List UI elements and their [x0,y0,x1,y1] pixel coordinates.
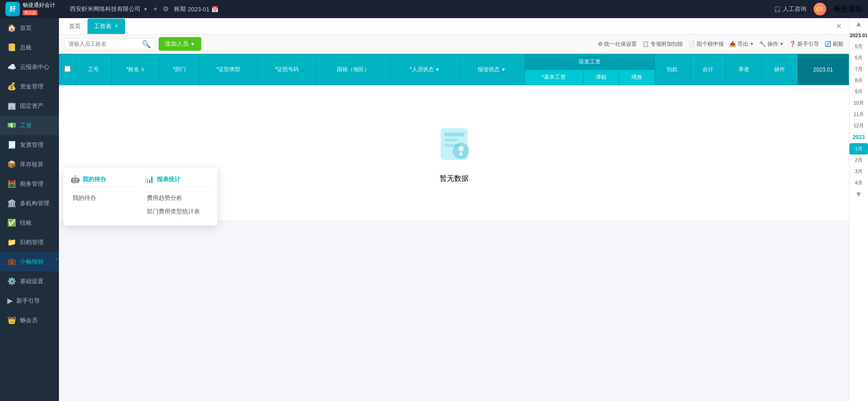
sidebar-label: 工资 [20,121,32,130]
sidebar-item-close-account[interactable]: ✅ 结账 [0,213,59,232]
popup-col-header-reports: 📊 报表统计 [145,175,210,187]
nav-down-icon[interactable]: ▼ [853,188,864,200]
month-7[interactable]: 7月 [849,63,868,75]
month-12[interactable]: 12月 [849,120,868,131]
th-person-status: *人员状态 ▼ [390,54,459,85]
popup-item-expense-trend[interactable]: 费用趋势分析 [145,191,210,205]
sidebar-label: 云报表中心 [20,63,49,71]
report-filter-icon[interactable]: ▼ [501,67,506,72]
period-value: 2023-01 [188,6,209,13]
month-3[interactable]: 3月 [849,166,868,177]
month-4[interactable]: 4月 [849,177,868,188]
sidebar-item-reports[interactable]: ☁️ 云报表中心 [0,57,59,77]
month-2[interactable]: 2月 [849,155,868,166]
settings-icon[interactable]: ⚙ [163,5,169,13]
sidebar-item-home[interactable]: 🏠 首页 [0,18,59,38]
guide-btn[interactable]: ❓ 新手引导 [789,40,819,48]
select-all-checkbox[interactable] [64,66,71,72]
tab-label: 工资表 [94,22,112,30]
sidebar-item-tax[interactable]: 🧮 税务管理 [0,174,59,193]
svg-rect-1 [444,133,464,136]
sidebar-label: 税务管理 [20,180,44,188]
month-1[interactable]: 1月 [849,143,868,155]
reports-icon: ☁️ [7,63,16,71]
sidebar-item-salary[interactable]: 💵 工资 [0,116,59,135]
month-9[interactable]: 9月 [849,86,868,97]
sidebar-item-inventory[interactable]: 📦 库存核算 [0,155,59,174]
popup-item-dept-expense[interactable]: 部门费用类型统计表 [145,205,210,218]
month-11[interactable]: 11月 [849,109,868,120]
sidebar: 🏠 首页 📒 总账 ☁️ 云报表中心 💰 资金管理 🏢 固定资产 💵 工资 🧾 … [0,18,59,401]
home-icon: 🏠 [7,24,16,32]
month-8[interactable]: 8月 [849,75,868,86]
sidebar-item-invoice[interactable]: 🧾 发票管理 [0,135,59,155]
reports-stats-icon: 📊 [145,175,154,184]
sidebar-item-guide[interactable]: ▶ 新手引导 [0,291,59,310]
close-account-icon: ✅ [7,218,16,227]
close-panel-icon[interactable]: ✕ [832,22,845,30]
export-btn[interactable]: 📤 导出 ▼ [729,40,754,48]
sidebar-label: 固定资产 [20,102,44,110]
operation-btn[interactable]: 🔧 操作 ▼ [759,40,784,48]
special-deduction-btn[interactable]: 📋 专项附加扣除 [642,40,683,48]
nav-up-icon[interactable]: ▲ [853,18,864,30]
todo-icon: 🤖 [71,175,80,184]
basic-settings-icon: ⚙️ [7,277,16,285]
refresh-label: 刷新 [833,40,844,48]
tab-salary-sheet[interactable]: 工资表 ✕ [87,19,125,34]
th-nationality: 国籍（地区） [316,54,390,85]
tab-home[interactable]: 首页 [63,19,87,34]
sidebar-item-assets[interactable]: 🏢 固定资产 [0,96,59,116]
popup-col-todo: 🤖 我的待办 我的待办 [71,175,136,218]
sidebar-label: 结账 [20,219,32,227]
th-id-type: *证型类型 [199,54,257,85]
popup-item-my-todo[interactable]: 我的待办 [71,191,136,205]
refresh-btn[interactable]: 🔄 刷新 [824,40,844,48]
headset-icon: 🎧 [774,6,781,13]
table-header-row1: 工号 *姓名 ⇅ *部门 *证型类型 *证照号码 国籍（地区） *人员状态 ▼ [59,54,849,70]
sidebar-item-basic-settings[interactable]: ⚙️ 基础设置 [0,271,59,291]
search-wrap: 🔍 [64,38,155,50]
company-selector[interactable]: 西安虾米网络科技有限公司 ▼ [70,5,148,13]
month-5[interactable]: 5月 [849,41,868,52]
invoice-icon: 🧾 [7,140,16,149]
sidebar-label: 畅会员 [20,316,38,324]
inventory-icon: 📦 [7,160,16,169]
user-service[interactable]: 🎧 人工咨询 [774,5,806,13]
tab-close-icon[interactable]: ✕ [114,23,118,29]
add-company-icon[interactable]: + [153,5,157,13]
sidebar-item-ledger[interactable]: 📒 总账 [0,38,59,57]
tax-report-btn[interactable]: 📄 固个税申报 [689,40,724,48]
search-input[interactable] [68,41,140,47]
expense-icon: 💼 [7,257,16,266]
calendar-icon[interactable]: 📅 [211,6,218,13]
social-insurance-btn[interactable]: ⚙ 统一社保设置 [598,40,637,48]
search-icon[interactable]: 🔍 [142,40,151,48]
guide-icon: ❓ [789,41,796,47]
month-10[interactable]: 10月 [849,97,868,109]
logo-text: 畅捷通好会计 测试版 [23,2,55,16]
sidebar-item-member[interactable]: 👑 畅会员 [0,310,59,330]
checkbox-header [59,54,76,85]
month-6[interactable]: 6月 [849,52,868,63]
user-service-label: 人工咨询 [783,5,806,13]
company-name: 西安虾米网络科技有限公司 [70,5,141,13]
sidebar-item-expense[interactable]: 💼 小畅报销 ‹ [0,252,59,271]
popup-col-title-todo: 我的待办 [82,175,106,184]
tax-report-icon: 📄 [689,41,695,47]
svg-point-5 [458,146,464,151]
add-person-button[interactable]: 添加人员 ▼ [159,37,201,51]
export-icon: 📤 [729,41,736,47]
th-operation: 操作 [762,54,798,85]
guide-icon: ▶ [7,296,13,305]
avatar-initials: CE [816,6,823,12]
member-icon: 👑 [7,316,16,324]
popup-col-header-todo: 🤖 我的待办 [71,175,136,187]
multi-org-icon: 🏛️ [7,199,16,208]
sort-icon[interactable]: ⇅ [141,67,145,72]
sidebar-item-archive[interactable]: 📁 归档管理 [0,232,59,252]
filter-icon[interactable]: ▼ [435,67,440,72]
sidebar-label: 多机构管理 [20,199,49,208]
sidebar-item-funds[interactable]: 💰 资金管理 [0,77,59,96]
sidebar-item-multi-org[interactable]: 🏛️ 多机构管理 [0,193,59,213]
